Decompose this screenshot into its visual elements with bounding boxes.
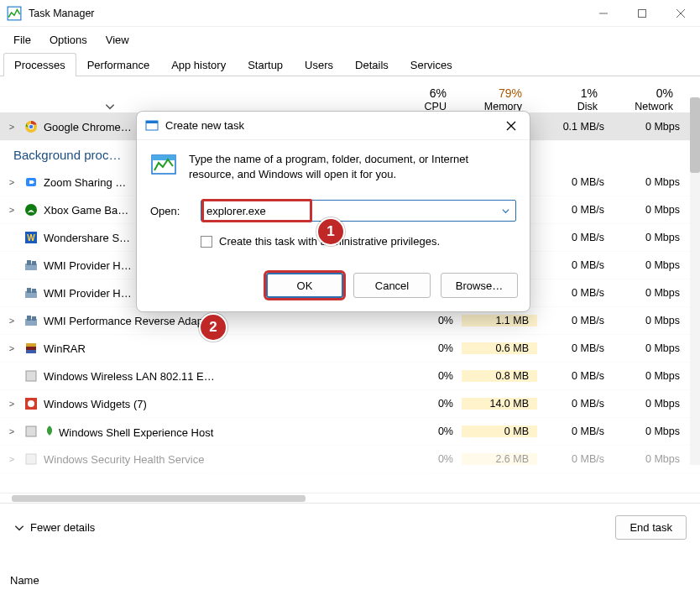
- cancel-button[interactable]: Cancel: [353, 273, 431, 298]
- svg-rect-16: [27, 288, 31, 293]
- disclosure-triangle[interactable]: >: [5, 205, 18, 215]
- cell-network: 0 Mbps: [613, 259, 688, 271]
- app-icon: [24, 313, 39, 328]
- close-button[interactable]: [661, 0, 700, 27]
- browse-button[interactable]: Browse…: [441, 273, 518, 298]
- disclosure-triangle[interactable]: >: [5, 316, 18, 326]
- dialog-titlebar: Create new task: [137, 112, 530, 140]
- disclosure-triangle[interactable]: >: [5, 122, 18, 132]
- admin-checkbox[interactable]: [201, 236, 212, 248]
- tab-processes[interactable]: Processes: [3, 53, 76, 76]
- menubar: File Options View: [0, 27, 700, 53]
- table-row[interactable]: >Windows Security Health Service0%2.6 MB…: [0, 446, 700, 473]
- svg-rect-23: [26, 350, 36, 353]
- svg-rect-17: [32, 289, 36, 293]
- chevron-down-icon[interactable]: [495, 201, 515, 221]
- svg-rect-22: [26, 343, 36, 347]
- disclosure-triangle[interactable]: >: [5, 426, 18, 436]
- process-name: WinRAR: [44, 342, 394, 355]
- app-icon: W: [24, 230, 39, 245]
- annotation-badge-1: 1: [316, 217, 345, 246]
- cell-memory: 1.1 MB: [462, 315, 537, 326]
- cell-disk: 0 MB/s: [537, 287, 613, 299]
- cell-network: 0 Mbps: [613, 398, 688, 410]
- run-program-icon: [150, 152, 177, 179]
- cell-network: 0 Mbps: [613, 453, 688, 465]
- column-header-memory[interactable]: 79% Memory: [457, 86, 532, 112]
- column-header-disk[interactable]: 1% Disk: [532, 86, 608, 112]
- disclosure-triangle[interactable]: >: [5, 343, 18, 353]
- disclosure-triangle[interactable]: >: [5, 399, 18, 409]
- cell-disk: 0 MB/s: [537, 453, 613, 465]
- process-name: Windows Security Health Service: [44, 453, 394, 466]
- cell-cpu: 0%: [394, 315, 462, 326]
- tab-startup[interactable]: Startup: [237, 53, 294, 76]
- svg-rect-14: [32, 261, 36, 265]
- cell-disk: 0 MB/s: [537, 342, 613, 354]
- cell-cpu: 0%: [394, 398, 462, 410]
- cell-memory: 0.8 MB: [462, 370, 537, 382]
- column-header-network[interactable]: 0% Network: [608, 86, 683, 112]
- svg-rect-2: [639, 9, 646, 17]
- annotation-badge-2: 2: [199, 313, 227, 342]
- tab-app-history[interactable]: App history: [160, 53, 237, 76]
- cell-network: 0 Mbps: [613, 370, 688, 382]
- table-row[interactable]: >Windows Widgets (7)0%14.0 MB0 MB/s0 Mbp…: [0, 390, 700, 418]
- cell-disk: 0 MB/s: [537, 176, 613, 188]
- open-combobox[interactable]: [201, 200, 516, 222]
- svg-point-9: [25, 204, 37, 216]
- minimize-button[interactable]: [584, 0, 623, 27]
- svg-rect-27: [26, 426, 36, 436]
- column-header-name-label: Name: [10, 574, 39, 587]
- dialog-close-button[interactable]: [501, 121, 521, 131]
- fewer-details-link[interactable]: Fewer details: [13, 521, 95, 534]
- svg-rect-28: [26, 454, 36, 464]
- end-task-button[interactable]: End task: [615, 515, 687, 540]
- app-icon: [24, 341, 39, 356]
- svg-rect-24: [26, 371, 36, 381]
- app-icon: [24, 396, 39, 411]
- app-icon: [24, 368, 39, 384]
- fewer-details-label: Fewer details: [30, 521, 95, 534]
- table-row[interactable]: Windows Wireless LAN 802.11 E…0%0.8 MB0 …: [0, 363, 700, 390]
- column-header-cpu[interactable]: 6% CPU: [389, 86, 457, 112]
- table-row[interactable]: >WinRAR0%0.6 MB0 MB/s0 Mbps: [0, 335, 700, 363]
- create-new-task-dialog: Create new task Type the name of a progr…: [136, 111, 530, 312]
- svg-rect-34: [152, 155, 175, 160]
- chevron-down-icon: [104, 101, 116, 112]
- app-icon: [24, 119, 39, 134]
- disclosure-triangle[interactable]: >: [5, 454, 18, 464]
- maximize-button[interactable]: [623, 0, 661, 27]
- cell-disk: 0 MB/s: [537, 259, 613, 271]
- disclosure-triangle[interactable]: >: [5, 177, 18, 187]
- scrollbar-thumb[interactable]: [690, 97, 700, 173]
- cell-memory: 0 MB: [462, 426, 537, 437]
- open-label: Open:: [150, 205, 189, 217]
- menu-options[interactable]: Options: [41, 30, 96, 50]
- dialog-description: Type the name of a program, folder, docu…: [189, 152, 516, 181]
- cell-disk: 0 MB/s: [537, 204, 613, 216]
- tab-users[interactable]: Users: [294, 53, 344, 76]
- cell-disk: 0.1 MB/s: [537, 121, 613, 133]
- open-input[interactable]: [201, 201, 319, 221]
- table-row[interactable]: >Windows Shell Experience Host0%0 MB0 MB…: [0, 418, 700, 446]
- run-dialog-icon: [145, 119, 159, 133]
- ok-button[interactable]: OK: [266, 273, 343, 298]
- menu-file[interactable]: File: [5, 30, 39, 50]
- chevron-down-icon: [13, 522, 25, 534]
- cell-disk: 0 MB/s: [537, 426, 613, 437]
- tab-details[interactable]: Details: [344, 53, 400, 76]
- svg-rect-19: [27, 316, 31, 321]
- app-icon: [24, 424, 39, 439]
- cell-network: 0 Mbps: [613, 204, 688, 216]
- horizontal-scrollbar[interactable]: [0, 493, 700, 503]
- menu-view[interactable]: View: [97, 30, 138, 50]
- cell-cpu: 0%: [394, 453, 462, 465]
- cell-network: 0 Mbps: [613, 176, 688, 188]
- cell-memory: 14.0 MB: [462, 398, 537, 410]
- tab-services[interactable]: Services: [400, 53, 463, 76]
- tab-performance[interactable]: Performance: [76, 53, 160, 76]
- app-icon: [24, 285, 39, 300]
- process-name: Windows Shell Experience Host: [44, 425, 394, 439]
- tabs: Processes Performance App history Startu…: [0, 53, 700, 76]
